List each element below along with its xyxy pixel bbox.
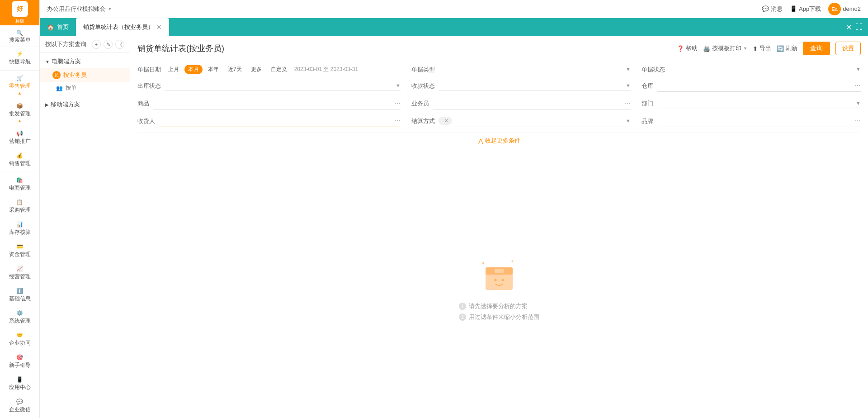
tab-close-btn[interactable]: ✕ [156, 24, 162, 31]
settlement-tag-close[interactable]: ✕ [444, 118, 448, 124]
scheme-group-mobile-title[interactable]: ▶ 移动端方案 [40, 98, 130, 111]
query-label: 查询 [810, 44, 823, 52]
filter-row-1: 单据日期 上月 本月 本年 近7天 更多 自定义 2023-03-01 至 20… [137, 65, 861, 74]
collapse-btn[interactable]: ⋀ 收起更多条件 [478, 137, 520, 145]
date-btn-last-month[interactable]: 上月 [165, 65, 183, 74]
scheme-item-by-order[interactable]: 👥 按单 [40, 82, 130, 94]
sidebar-item-inventory[interactable]: 📊 库存核算 [0, 218, 39, 240]
tab-sales-stats[interactable]: 销货单统计表（按业务员） ✕ [76, 18, 169, 36]
home-icon: 🏠 [47, 24, 54, 31]
dept-input[interactable]: ▼ [657, 99, 861, 108]
quicknav-icon: ⚡ [16, 51, 23, 57]
doctype-label: 单据类型 [411, 66, 435, 74]
outstatus-label: 出库状态 [137, 82, 161, 90]
sidebar-item-finance[interactable]: 💳 资金管理 [0, 240, 39, 262]
sidebar-item-system[interactable]: ⚙️ 系统管理 [0, 306, 39, 328]
salesperson-dots[interactable]: ··· [625, 99, 631, 107]
scheme-item-by-salesperson[interactable]: 员 按业务员 [40, 68, 130, 82]
export-icon: ⬆ [753, 45, 758, 52]
help-btn[interactable]: ❓ 帮助 [677, 44, 698, 52]
sidebar-item-quicknav[interactable]: ⚡ 快捷导航 [0, 47, 39, 69]
date-btn-more[interactable]: 更多 [247, 65, 265, 74]
account-selector[interactable]: 办公用品行业模拟账套 ▼ [47, 5, 112, 13]
topbar: 办公用品行业模拟账套 ▼ 💬 消息 📱 App下载 Ea demo2 [40, 0, 868, 18]
sidebar-item-wholesale[interactable]: 📦 批发管理 ▲ [0, 99, 39, 127]
doctype-input[interactable]: ▼ [439, 65, 631, 74]
tab-home[interactable]: 🏠 首页 [40, 18, 76, 36]
brand-dots[interactable]: ··· [855, 117, 861, 125]
basic-icon: ℹ️ [16, 288, 23, 294]
date-btn-this-month[interactable]: 本月 [184, 65, 203, 74]
content-area: 按以下方案查询 + ✎ 《 ▼ 电脑端方案 [40, 36, 868, 418]
newbie-icon: 🎯 [16, 354, 23, 361]
scheme-group-mobile: ▶ 移动端方案 [40, 96, 130, 113]
sidebar-item-corpwechat[interactable]: 💬 企业微信 [0, 395, 39, 417]
docstatus-arrow: ▼ [856, 66, 861, 72]
collapse-panel-btn[interactable]: 《 [115, 40, 124, 49]
goods-input[interactable]: ··· [153, 97, 401, 109]
warehouse-dots[interactable]: ··· [855, 81, 861, 90]
sidebar-search[interactable]: 🔍 搜索菜单 [0, 25, 39, 47]
operations-icon: 📈 [16, 266, 23, 272]
add-scheme-btn[interactable]: + [92, 40, 101, 49]
message-icon: 💬 [762, 5, 769, 12]
sidebar-item-marketing[interactable]: 📢 营销推广 [0, 127, 39, 149]
sidebar-item-sales[interactable]: 💰 销售管理 [0, 149, 39, 171]
tab-close-window-btn[interactable]: ✕ [846, 23, 852, 32]
user-menu[interactable]: Ea demo2 [828, 3, 861, 15]
svg-text:✦: ✦ [510, 259, 514, 264]
recipient-dots[interactable]: ··· [395, 117, 401, 125]
tab-maximize-btn[interactable]: ⛶ [855, 23, 863, 31]
docstatus-label: 单据状态 [642, 66, 665, 74]
date-btn-last7[interactable]: 近7天 [224, 65, 245, 74]
date-btn-custom[interactable]: 自定义 [267, 65, 291, 74]
sidebar-item-newbie[interactable]: 🎯 新手引导 [0, 351, 39, 373]
brand-input[interactable]: ··· [657, 115, 861, 127]
empty-svg: ✦ ✦ [476, 252, 522, 297]
docstatus-input[interactable]: ▼ [669, 65, 861, 74]
salesperson-input[interactable]: ··· [433, 97, 631, 109]
mobile-group-label: 移动端方案 [51, 100, 80, 109]
finance-icon: 💳 [16, 243, 23, 250]
export-btn[interactable]: ⬆ 导出 [753, 44, 771, 52]
tabbar-actions: ✕ ⛶ [846, 23, 868, 32]
sidebar-item-ecommerce[interactable]: 🛍️ 电商管理 [0, 173, 39, 195]
account-name: 办公用品行业模拟账套 [47, 5, 106, 13]
main-area: 办公用品行业模拟账套 ▼ 💬 消息 📱 App下载 Ea demo2 🏠 [40, 0, 868, 418]
print-btn[interactable]: 🖨️ 按模板打印 ▼ [703, 44, 747, 52]
recipient-input[interactable]: ··· [159, 115, 401, 127]
warehouse-input[interactable]: ··· [657, 80, 861, 92]
order-scheme-label: 按单 [66, 84, 76, 92]
filter-receiptstatus-item: 收款状态 ▼ [411, 81, 631, 90]
corpwechat-icon: 💬 [16, 399, 23, 405]
sidebar-item-cooperation[interactable]: 🤝 企业协同 [0, 328, 39, 351]
outstatus-input[interactable]: ▼ [165, 81, 401, 90]
date-range-display: 2023-03-01 至 2023-03-31 [294, 66, 358, 73]
settings-label: 设置 [842, 44, 854, 52]
settings-btn[interactable]: 设置 [835, 42, 861, 55]
edit-scheme-btn[interactable]: ✎ [104, 40, 113, 49]
sidebar-logo[interactable]: 好 标版 [0, 0, 39, 25]
settlement-input[interactable]: ✕ ▼ [439, 115, 631, 127]
help-icon: ❓ [677, 45, 684, 52]
app-download-btn[interactable]: 📱 App下载 [790, 5, 821, 13]
query-btn[interactable]: 查询 [803, 42, 830, 55]
receiptstatus-input[interactable]: ▼ [439, 81, 631, 90]
empty-state: ✦ ✦ 1 请先选择要分析的方案 [130, 154, 868, 418]
sidebar-item-purchase[interactable]: 📋 采购管理 [0, 195, 39, 218]
outstatus-arrow: ▼ [396, 83, 401, 88]
refresh-btn[interactable]: 🔄 刷新 [777, 44, 797, 52]
goods-dots[interactable]: ··· [395, 99, 401, 107]
purchase-icon: 📋 [16, 199, 23, 205]
sidebar-item-operations[interactable]: 📈 经营管理 [0, 262, 39, 284]
sidebar-item-retail[interactable]: 🛒 零售管理 ▲ [0, 71, 39, 99]
sidebar-item-appcenter[interactable]: 📱 应用中心 [0, 373, 39, 395]
filter-docstatus-item: 单据状态 ▼ [642, 65, 861, 74]
scheme-group-pc-title[interactable]: ▼ 电脑端方案 [40, 55, 130, 68]
date-btn-this-year[interactable]: 本年 [204, 65, 222, 74]
collapse-bar: ⋀ 收起更多条件 [137, 133, 861, 148]
sidebar-item-basic[interactable]: ℹ️ 基础信息 [0, 284, 39, 306]
tab-sales-stats-label: 销货单统计表（按业务员） [83, 23, 154, 31]
collapse-up-icon: ⋀ [478, 138, 483, 144]
messages-btn[interactable]: 💬 消息 [762, 5, 783, 13]
